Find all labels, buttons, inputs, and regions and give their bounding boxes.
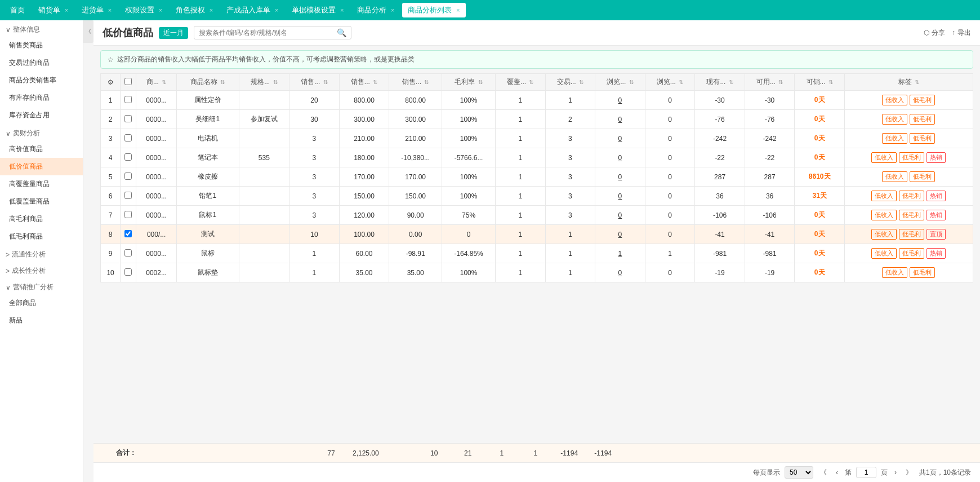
col-gear[interactable]: ⚙: [101, 74, 121, 91]
close-icon[interactable]: ×: [340, 7, 344, 14]
sidebar-item-stock-funds[interactable]: 库存资金占用: [0, 107, 83, 124]
cell-checkbox[interactable]: [121, 263, 136, 282]
col-available[interactable]: 可用... ⇅: [745, 74, 795, 91]
browse1-link[interactable]: 0: [618, 231, 622, 238]
page-input[interactable]: [856, 467, 876, 478]
row-checkbox[interactable]: [124, 211, 132, 218]
cell-browse1[interactable]: 0: [595, 225, 645, 244]
cell-browse1[interactable]: 1: [595, 244, 645, 263]
nav-home[interactable]: 首页: [5, 3, 30, 17]
row-checkbox[interactable]: [124, 134, 132, 141]
col-trade[interactable]: 交易... ⇅: [545, 74, 595, 91]
browse1-link[interactable]: 0: [618, 116, 622, 123]
col-sales2[interactable]: 销售... ⇅: [339, 74, 389, 91]
sidebar-item-low-value[interactable]: 低价值商品: [0, 158, 83, 175]
search-icon[interactable]: 🔍: [337, 28, 346, 37]
cell-checkbox[interactable]: [121, 110, 136, 129]
nav-permissions[interactable]: 权限设置 ×: [119, 3, 168, 17]
cell-checkbox[interactable]: [121, 225, 136, 244]
sidebar-item-high-coverage[interactable]: 高覆盖量商品: [0, 175, 83, 193]
browse1-link[interactable]: 0: [618, 96, 622, 104]
cell-browse1[interactable]: 0: [595, 263, 645, 282]
browse1-link[interactable]: 1: [618, 250, 622, 258]
sidebar-item-low-margin[interactable]: 低毛利商品: [0, 228, 83, 245]
nav-product-analysis[interactable]: 商品分析 ×: [351, 3, 400, 17]
row-checkbox[interactable]: [124, 96, 132, 103]
browse1-link[interactable]: 0: [618, 154, 622, 162]
cell-checkbox[interactable]: [121, 206, 136, 225]
per-page-select[interactable]: 50 100 200: [785, 466, 813, 479]
col-tags[interactable]: 标签 ⇅: [844, 74, 973, 91]
row-checkbox[interactable]: [124, 153, 132, 161]
sidebar-item-low-coverage[interactable]: 低覆盖量商品: [0, 193, 83, 210]
browse1-link[interactable]: 0: [618, 135, 622, 143]
nav-template-settings[interactable]: 单据模板设置 ×: [286, 3, 349, 17]
cell-browse1[interactable]: 0: [595, 206, 645, 225]
close-icon[interactable]: ×: [391, 7, 394, 14]
sidebar-group-marketing[interactable]: ∨ 营销推广分析: [0, 278, 83, 294]
browse1-link[interactable]: 0: [618, 211, 622, 219]
sidebar-group-overall[interactable]: ∨ 整体信息: [0, 20, 83, 37]
col-id[interactable]: 商... ⇅: [136, 74, 177, 91]
page-next-btn[interactable]: ›: [892, 467, 899, 477]
close-icon[interactable]: ×: [65, 7, 68, 14]
cell-browse1[interactable]: 0: [595, 167, 645, 187]
nav-product-inbound[interactable]: 产成品入库单 ×: [221, 3, 284, 17]
col-browse2[interactable]: 浏览... ⇅: [645, 74, 695, 91]
cell-browse1[interactable]: 0: [595, 129, 645, 148]
sidebar-item-new-products[interactable]: 新品: [0, 312, 83, 329]
sidebar-group-circulation[interactable]: > 流通性分析: [0, 245, 83, 262]
row-checkbox[interactable]: [124, 268, 132, 276]
close-icon[interactable]: ×: [456, 7, 460, 14]
sidebar-item-high-value[interactable]: 高价值商品: [0, 140, 83, 158]
cell-checkbox[interactable]: [121, 129, 136, 148]
col-sales1[interactable]: 销售... ⇅: [289, 74, 340, 91]
sidebar-group-financial[interactable]: ∨ 卖财分析: [0, 124, 83, 140]
filter-tag-button[interactable]: 近一月: [159, 27, 188, 39]
page-first-btn[interactable]: 《: [818, 467, 829, 479]
browse1-link[interactable]: 0: [618, 173, 622, 181]
sidebar-item-sales-products[interactable]: 销售类商品: [0, 37, 83, 54]
col-spec[interactable]: 规格... ⇅: [239, 74, 289, 91]
col-gross-margin[interactable]: 毛利率 ⇅: [442, 74, 496, 91]
col-sales3[interactable]: 销售... ⇅: [389, 74, 442, 91]
sidebar-item-traded-products[interactable]: 交易过的商品: [0, 54, 83, 72]
sidebar-group-growth[interactable]: > 成长性分析: [0, 262, 83, 278]
row-checkbox[interactable]: [124, 249, 132, 257]
close-icon[interactable]: ×: [275, 7, 278, 14]
close-icon[interactable]: ×: [210, 7, 213, 14]
select-all-checkbox[interactable]: [124, 78, 132, 85]
cell-browse1[interactable]: 0: [595, 110, 645, 129]
col-sellable[interactable]: 可销... ⇅: [795, 74, 845, 91]
share-button[interactable]: ⬡ 分享: [924, 28, 945, 38]
row-checkbox[interactable]: [124, 192, 132, 199]
cell-checkbox[interactable]: [121, 244, 136, 263]
cell-checkbox[interactable]: [121, 148, 136, 167]
cell-browse1[interactable]: 0: [595, 148, 645, 167]
nav-product-analysis-list[interactable]: 商品分析列表 ×: [402, 3, 465, 17]
cell-browse1[interactable]: 0: [595, 187, 645, 206]
cell-checkbox[interactable]: [121, 187, 136, 206]
col-coverage[interactable]: 覆盖... ⇅: [496, 74, 546, 91]
nav-purchase[interactable]: 进货单 ×: [76, 3, 117, 17]
page-last-btn[interactable]: 》: [903, 467, 915, 479]
sidebar-collapse-button[interactable]: 《: [83, 20, 93, 43]
sidebar-item-category-sales[interactable]: 商品分类销售率: [0, 72, 83, 89]
export-button[interactable]: ↑ 导出: [952, 28, 971, 38]
col-name[interactable]: 商品名称 ⇅: [176, 74, 239, 91]
col-browse1[interactable]: 浏览... ⇅: [595, 74, 645, 91]
close-icon[interactable]: ×: [108, 7, 112, 14]
row-checkbox[interactable]: [124, 230, 132, 237]
search-input[interactable]: [199, 29, 333, 37]
nav-sales[interactable]: 销货单 ×: [33, 3, 74, 17]
sidebar-item-in-stock[interactable]: 有库存的商品: [0, 89, 83, 107]
row-checkbox[interactable]: [124, 173, 132, 180]
cell-checkbox[interactable]: [121, 167, 136, 187]
cell-browse1[interactable]: 0: [595, 91, 645, 110]
cell-checkbox[interactable]: [121, 91, 136, 110]
browse1-link[interactable]: 0: [618, 192, 622, 200]
row-checkbox[interactable]: [124, 115, 132, 122]
sidebar-item-high-margin[interactable]: 高毛利商品: [0, 210, 83, 228]
sidebar-item-all-products[interactable]: 全部商品: [0, 294, 83, 312]
nav-role-auth[interactable]: 角色授权 ×: [170, 3, 219, 17]
